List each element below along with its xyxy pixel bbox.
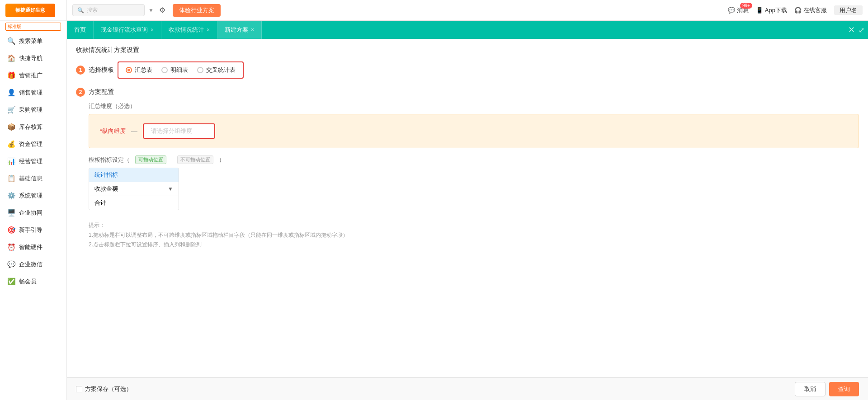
app-label: App下载	[765, 6, 787, 14]
sidebar-item-sales[interactable]: 👤 销售管理	[0, 84, 66, 101]
chart-icon: 📊	[7, 157, 15, 165]
monitor-icon: 🖥️	[7, 209, 15, 217]
cancel-button[interactable]: 取消	[795, 382, 826, 396]
step2-badge: 2	[76, 88, 85, 97]
gear-icon: ⚙️	[7, 192, 15, 200]
sidebar-item-marketing[interactable]: 🎁 营销推广	[0, 67, 66, 84]
step1-title: 选择模板	[89, 66, 114, 74]
bottom-buttons: 取消 查询	[795, 382, 859, 396]
main-area: 🔍 搜索 ▼ ⚙ 体验行业方案 💬 消息 99+ 📱 App下载 🎧 在线客服 …	[67, 0, 868, 400]
sidebar-item-label: 经营管理	[19, 157, 42, 165]
message-icon: 💬	[728, 7, 735, 14]
tab-home[interactable]: 首页	[67, 21, 94, 39]
sidebar-item-inventory[interactable]: 📦 库存核算	[0, 118, 66, 136]
sidebar-item-label: 企业微信	[19, 260, 42, 268]
sidebar-item-label: 企业协同	[19, 209, 42, 217]
service-label: 在线客服	[803, 6, 827, 14]
tab-new-plan-close[interactable]: ×	[251, 27, 254, 33]
sidebar-item-basic[interactable]: 📋 基础信息	[0, 170, 66, 187]
service-icon: 🎧	[794, 7, 802, 14]
tab-new-plan[interactable]: 新建方案 ×	[217, 21, 262, 39]
sidebar-item-label: 库存核算	[19, 123, 42, 131]
tab-receipt-close[interactable]: ×	[207, 27, 210, 33]
save-label: 方案保存（可选）	[85, 385, 132, 393]
dimension-required-label: *纵向维度	[100, 127, 126, 135]
radio-summary[interactable]: 汇总表	[126, 66, 152, 74]
tab-bank[interactable]: 现金银行流水查询 ×	[94, 21, 161, 39]
indicator-close-bracket: ）	[219, 156, 225, 164]
dimension-selector[interactable]: 请选择分组维度	[143, 123, 215, 139]
fixed-tag: 不可拖动位置	[177, 155, 213, 164]
sidebar-item-quick-nav[interactable]: 🏠 快捷导航	[0, 50, 66, 67]
sidebar-item-finance[interactable]: 💰 资金管理	[0, 136, 66, 153]
sidebar-item-search[interactable]: 🔍 搜索菜单	[0, 33, 66, 50]
tips-title: 提示：	[89, 222, 105, 228]
radio-detail-label: 明细表	[170, 66, 188, 74]
radio-dot-detail	[161, 67, 168, 73]
sidebar-item-corp[interactable]: 🖥️ 企业协同	[0, 204, 66, 221]
draggable-tag: 可拖动位置	[135, 155, 166, 164]
expand-icon[interactable]: ⤢	[859, 26, 864, 34]
sidebar-item-label: 快捷导航	[19, 54, 42, 62]
step2-title: 方案配置	[89, 88, 114, 96]
user-button[interactable]: 用户名	[834, 6, 863, 14]
sidebar-item-operation[interactable]: 📊 经营管理	[0, 153, 66, 170]
save-checkbox-label[interactable]: 方案保存（可选）	[76, 385, 132, 393]
save-checkbox[interactable]	[76, 386, 82, 392]
radio-summary-label: 汇总表	[135, 66, 152, 74]
query-button[interactable]: 查询	[829, 382, 859, 396]
tab-bank-close[interactable]: ×	[151, 27, 154, 33]
template-radio-group: 汇总表 明细表 交叉统计表	[118, 61, 244, 79]
bottom-bar: 方案保存（可选） 取消 查询	[67, 377, 868, 400]
box-icon: 📦	[7, 123, 15, 131]
dropdown-arrow[interactable]: ▼	[148, 7, 154, 14]
indicator-row-0[interactable]: 收款金额 ▼	[89, 182, 179, 196]
message-button[interactable]: 💬 消息 99+	[728, 6, 749, 14]
step2-header: 2 方案配置	[76, 88, 859, 97]
step1-section: 1 选择模板 汇总表 明细表	[76, 61, 859, 79]
indicator-label-0: 收款金额	[94, 185, 118, 193]
tips-section: 提示： 1.拖动标题栏可以调整布局，不可跨维度或指标区域拖动栏目字段（只能在同一…	[89, 221, 859, 250]
indicator-section: 模板指标设定（ 可拖动位置 不可拖动位置 ） 统计指标 收款金	[89, 155, 859, 212]
indicator-dropdown-0[interactable]: ▼	[168, 186, 173, 192]
sidebar-item-label: 采购管理	[19, 106, 42, 114]
close-all-icon[interactable]: ✕	[848, 25, 855, 35]
sidebar-item-newbie[interactable]: 🎯 新手引导	[0, 221, 66, 239]
sidebar-item-label: 资金管理	[19, 140, 42, 148]
radio-detail[interactable]: 明细表	[161, 66, 188, 74]
tab-new-plan-label: 新建方案	[225, 26, 248, 34]
dimension-title: 汇总维度（必选）	[89, 102, 859, 110]
gift-icon: 🎁	[7, 71, 15, 80]
search-bar[interactable]: 🔍 搜索	[72, 4, 145, 16]
sidebar-item-system[interactable]: ⚙️ 系统管理	[0, 187, 66, 204]
app-download-button[interactable]: 📱 App下载	[756, 6, 787, 14]
sidebar: 畅捷通好生意 标准版 🔍 搜索菜单 🏠 快捷导航 🎁 营销推广 👤 销售管理 🛒…	[0, 0, 67, 400]
top-nav: 🔍 搜索 ▼ ⚙ 体验行业方案 💬 消息 99+ 📱 App下载 🎧 在线客服 …	[67, 0, 868, 21]
user-name: 用户名	[834, 5, 863, 15]
top-nav-right: 💬 消息 99+ 📱 App下载 🎧 在线客服 用户名	[728, 6, 863, 14]
radio-cross[interactable]: 交叉统计表	[197, 66, 236, 74]
indicator-table-header: 统计指标	[89, 168, 179, 182]
tab-receipt-stat[interactable]: 收款情况统计 ×	[161, 21, 217, 39]
sidebar-item-purchase[interactable]: 🛒 采购管理	[0, 101, 66, 118]
step1-header: 1 选择模板 汇总表 明细表	[76, 61, 859, 79]
settings-icon[interactable]: ⚙	[159, 6, 165, 14]
search-placeholder: 搜索	[87, 6, 98, 14]
sidebar-item-label: 智能硬件	[19, 243, 42, 251]
trial-button[interactable]: 体验行业方案	[173, 4, 221, 17]
dimension-arrow: —	[131, 127, 137, 135]
online-service-button[interactable]: 🎧 在线客服	[794, 6, 827, 14]
step2-section: 2 方案配置 汇总维度（必选） *纵向维度 — 请选择分组维度	[76, 88, 859, 250]
sidebar-item-wechat[interactable]: 💬 企业微信	[0, 256, 66, 273]
target-icon: 🎯	[7, 226, 15, 234]
radio-dot-summary	[126, 67, 132, 73]
content-inner: 收款情况统计方案设置 1 选择模板 汇总表	[67, 39, 868, 377]
sidebar-item-hardware[interactable]: ⏰ 智能硬件	[0, 239, 66, 256]
sidebar-item-label: 营销推广	[19, 71, 42, 80]
indicator-cell-1: 合计	[94, 199, 106, 207]
sidebar-item-member[interactable]: ✅ 畅会员	[0, 273, 66, 290]
indicator-table: 统计指标 收款金额 ▼ 合计	[89, 168, 179, 210]
clipboard-icon: 📋	[7, 174, 15, 183]
logo-text: 畅捷通好生意	[15, 7, 45, 14]
radio-cross-label: 交叉统计表	[206, 66, 236, 74]
